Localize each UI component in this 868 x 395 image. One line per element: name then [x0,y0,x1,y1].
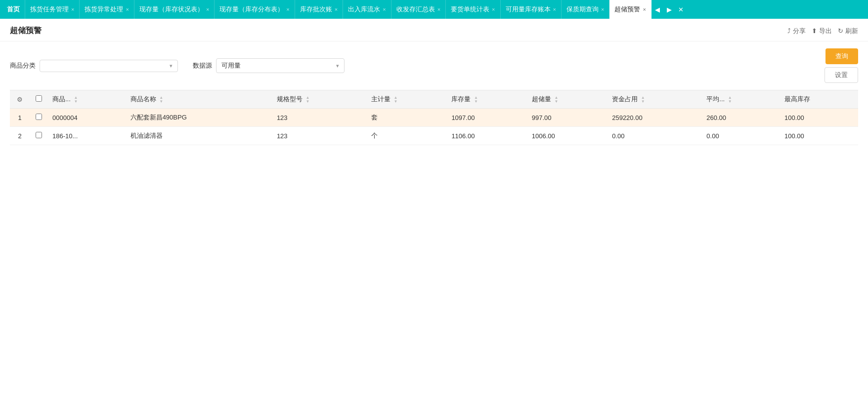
nav-tab-stock-dist[interactable]: 现存量（库存分布表） × [215,0,295,19]
datasource-label: 数据源 [193,61,212,70]
nav-tab-summary-close[interactable]: × [437,6,440,12]
nav-tab-flow[interactable]: 出入库流水 × [343,0,391,19]
category-filter: 商品分类 ▾ [10,60,178,72]
export-button[interactable]: ⬆ 导出 [812,27,832,36]
filter-actions: 查询 设置 [825,48,858,83]
nav-tab-task-mgmt-label: 拣货任务管理 [30,5,69,14]
select-all-checkbox[interactable] [36,95,42,102]
nav-tab-batch-account[interactable]: 库存批次账 × [295,0,343,19]
row-checkbox-cell [30,127,47,145]
row-product-name: 机油滤清器 [126,127,272,145]
nav-tab-exception[interactable]: 拣货异常处理 × [80,0,134,19]
export-label: 导出 [819,27,832,36]
nav-tab-shelf-life[interactable]: 保质期查询 × [562,0,609,19]
row-product-name: 六配套新昌490BPG [126,109,272,127]
nav-tab-batch-account-label: 库存批次账 [300,5,332,14]
settings-button[interactable]: 设置 [825,67,858,83]
col-header-product-code[interactable]: 商品... ▲▼ [47,90,126,109]
datasource-select-value: 可用量 [221,61,241,70]
nav-prev-arrow[interactable]: ◀ [651,0,663,19]
row-product-code: 186-10... [47,127,126,145]
nav-tab-overstock-alert-label: 超储预警 [614,5,640,14]
page-content: 超储预警 ⤴ 分享 ⬆ 导出 ↻ 刷新 商品分类 ▾ 数据源 [0,19,868,395]
nav-tab-available-account-label: 可用量库存账本 [506,5,551,14]
row-checkbox[interactable] [36,132,42,138]
sort-arrows-unit: ▲▼ [394,96,398,104]
nav-tab-overstock-alert-close[interactable]: × [643,6,646,12]
col-header-avg[interactable]: 平均... ▲▼ [701,90,780,109]
chevron-down-icon-2: ▾ [336,63,339,69]
row-capital-used: 0.00 [607,127,701,145]
col-header-unit[interactable]: 主计量 ▲▼ [366,90,446,109]
nav-tab-summary[interactable]: 收发存汇总表 × [391,0,446,19]
col-header-stock-qty[interactable]: 库存量 ▲▼ [446,90,526,109]
nav-tab-order-stats-close[interactable]: × [492,6,495,12]
datasource-select[interactable]: 可用量 ▾ [216,58,345,73]
sort-arrows-spec: ▲▼ [306,96,310,104]
nav-next-arrow[interactable]: ▶ [663,0,675,19]
row-avg: 260.00 [701,109,780,127]
col-header-capital-used[interactable]: 资金占用 ▲▼ [607,90,701,109]
gear-icon[interactable]: ⚙ [17,96,23,103]
refresh-button[interactable]: ↻ 刷新 [838,27,858,36]
row-overstock-qty: 997.00 [527,109,607,127]
share-button[interactable]: ⤴ 分享 [787,27,806,36]
nav-tab-shelf-life-close[interactable]: × [601,6,604,12]
datasource-filter: 数据源 可用量 ▾ [193,58,345,73]
nav-tab-available-account[interactable]: 可用量库存账本 × [501,0,562,19]
nav-tab-task-mgmt-close[interactable]: × [71,6,74,12]
nav-tab-stock-status-close[interactable]: × [206,6,209,12]
row-unit: 个 [366,127,446,145]
row-checkbox-cell [30,109,47,127]
row-avg: 0.00 [701,127,780,145]
nav-tab-shelf-life-label: 保质期查询 [566,5,599,14]
row-overstock-qty: 1006.00 [527,127,607,145]
page-title: 超储预警 [10,26,42,36]
nav-tab-exception-label: 拣货异常处理 [85,5,123,14]
row-max-stock: 100.00 [780,127,858,145]
nav-tab-task-mgmt[interactable]: 拣货任务管理 × [25,0,80,19]
refresh-icon: ↻ [838,27,843,35]
nav-close-all[interactable]: ✕ [675,0,687,19]
col-header-spec[interactable]: 规格型号 ▲▼ [272,90,366,109]
row-stock-qty: 1097.00 [446,109,526,127]
chevron-down-icon: ▾ [170,63,173,69]
nav-tab-stock-status-label: 现存量（库存状况表） [139,5,204,14]
overstock-table: ⚙ 商品... ▲▼ 商品名称 ▲▼ 规格型号 ▲▼ [10,90,858,145]
col-header-product-name[interactable]: 商品名称 ▲▼ [126,90,272,109]
row-stock-qty: 1106.00 [446,127,526,145]
nav-tab-home[interactable]: 首页 [2,0,25,19]
nav-tab-flow-label: 出入库流水 [348,5,380,14]
row-max-stock: 100.00 [780,109,858,127]
category-label: 商品分类 [10,61,36,70]
share-icon: ⤴ [787,27,791,35]
table-container: ⚙ 商品... ▲▼ 商品名称 ▲▼ 规格型号 ▲▼ [0,90,868,145]
nav-tab-order-stats[interactable]: 要货单统计表 × [446,0,500,19]
row-spec: 123 [272,109,366,127]
sort-arrows-stock-qty: ▲▼ [474,96,478,104]
category-select[interactable]: ▾ [40,60,178,72]
sort-arrows-capital-used: ▲▼ [641,96,645,104]
col-header-max-stock[interactable]: 最高库存 [780,90,858,109]
col-header-checkbox [30,90,47,109]
nav-tab-stock-dist-close[interactable]: × [286,6,289,12]
nav-tab-flow-close[interactable]: × [383,6,386,12]
row-unit: 套 [366,109,446,127]
nav-tab-batch-account-close[interactable]: × [335,6,338,12]
nav-tab-summary-label: 收发存汇总表 [396,5,435,14]
nav-tab-stock-dist-label: 现存量（库存分布表） [219,5,284,14]
nav-tab-overstock-alert[interactable]: 超储预警 × [609,0,651,19]
row-capital-used: 259220.00 [607,109,701,127]
nav-tab-exception-close[interactable]: × [126,6,129,12]
nav-tab-stock-status[interactable]: 现存量（库存状况表） × [134,0,215,19]
table-row: 2 186-10... 机油滤清器 123 个 1106.00 1006.00 … [10,127,858,145]
query-button[interactable]: 查询 [825,48,858,64]
col-header-overstock-qty[interactable]: 超储量 ▲▼ [527,90,607,109]
filter-area: 商品分类 ▾ 数据源 可用量 ▾ 查询 设置 [0,41,868,90]
nav-tab-available-account-close[interactable]: × [553,6,556,12]
sort-arrows-overstock-qty: ▲▼ [554,96,558,104]
share-label: 分享 [793,27,806,36]
row-checkbox[interactable] [36,114,42,120]
top-navigation: 首页 拣货任务管理 × 拣货异常处理 × 现存量（库存状况表） × 现存量（库存… [0,0,868,19]
refresh-label: 刷新 [845,27,858,36]
